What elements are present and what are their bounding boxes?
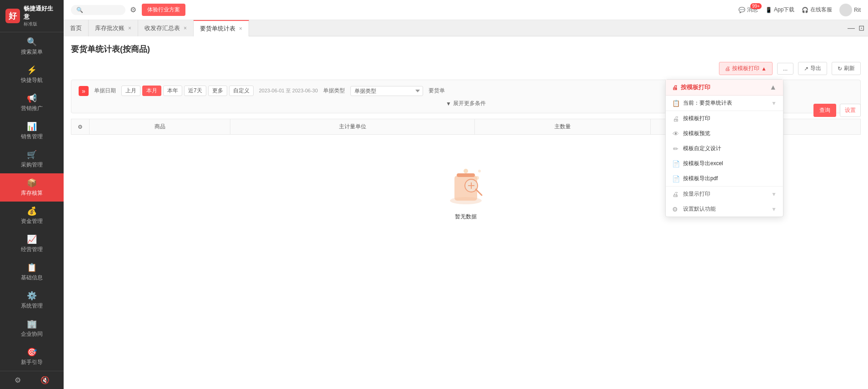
sidebar-item-newbie[interactable]: 🎯 新手引导	[0, 343, 64, 371]
order-type-select[interactable]: 单据类型	[350, 86, 423, 96]
app-download-btn[interactable]: 📱 App下载	[765, 6, 794, 14]
topbar-right: 💬 消息 99+ 📱 App下载 🎧 在线客服 Rit	[738, 4, 861, 16]
page-title: 要货单统计表(按商品)	[71, 44, 861, 55]
topbar-gear-icon[interactable]: ⚙	[130, 5, 136, 14]
settings-panel-btn[interactable]: 设置	[840, 104, 861, 117]
sidebar-item-quick-nav[interactable]: ⚡ 快捷导航	[0, 61, 64, 89]
refresh-btn[interactable]: ↻ 刷新	[832, 62, 861, 75]
print-template-btn[interactable]: 🖨 按模板打印 ▲	[719, 62, 773, 75]
expand-more-label: 展开更多条件	[453, 100, 486, 107]
date-this-month-btn[interactable]: 本月	[142, 86, 161, 96]
sidebar-item-search[interactable]: 🔍 搜索菜单	[0, 32, 64, 61]
print-dropdown-close-icon[interactable]: ▲	[769, 83, 777, 91]
sidebar-label-purchase: 采购管理	[21, 161, 43, 169]
sidebar-icon-inventory: 📦	[27, 178, 37, 188]
tab-inventory-batch[interactable]: 库存批次账×	[89, 20, 138, 36]
empty-text: 暂无数据	[455, 213, 477, 221]
default-func-item[interactable]: ⚙ 设置默认功能 ▼	[666, 202, 783, 217]
sidebar-label-basic: 基础信息	[21, 274, 43, 282]
sidebar-item-purchase[interactable]: 🛒 采购管理	[0, 145, 64, 173]
col-settings-header[interactable]: ⚙	[71, 119, 90, 135]
minimize-icon[interactable]: —	[848, 24, 855, 32]
tab-label-receipt-summary: 收发存汇总表	[145, 24, 180, 32]
date-more-btn[interactable]: 更多	[208, 86, 227, 96]
export-excel-icon: 📄	[672, 160, 679, 167]
sidebar-item-finance[interactable]: 💰 资金管理	[0, 202, 64, 230]
tab-home[interactable]: 首页	[64, 20, 89, 36]
sidebar-item-operation[interactable]: 📈 经营管理	[0, 230, 64, 258]
current-template-item[interactable]: 📋 当前：要货单统计表 ▼	[666, 96, 783, 111]
sidebar-bottom: ⚙ 🔇	[0, 371, 64, 389]
sidebar-label-marketing: 营销推广	[21, 105, 43, 112]
more-options-btn[interactable]: ...	[777, 63, 793, 75]
trial-industry-btn[interactable]: 体验行业方案	[142, 4, 185, 16]
tab-label-inventory-batch: 库存批次账	[95, 24, 125, 32]
svg-point-6	[464, 169, 468, 173]
col-goods-header: 商品	[90, 119, 230, 135]
display-print-item[interactable]: 🖨 按显示打印 ▼	[666, 187, 783, 202]
sidebar-logo: 好 畅捷通好生意 标准版	[0, 0, 64, 32]
export-excel-label: 按模板导出excel	[683, 160, 723, 167]
current-template-label: 当前：要货单统计表	[683, 99, 732, 107]
speaker-bottom-icon[interactable]: 🔇	[40, 376, 50, 384]
sidebar-item-enterprise[interactable]: 🏢 企业协同	[0, 314, 64, 343]
topbar: 🔍 ⚙ 体验行业方案 💬 消息 99+ 📱 App下载 🎧 在线客服 Rit	[64, 0, 868, 20]
template-preview-item[interactable]: 👁 按模板预览	[666, 126, 783, 141]
refresh-label: 刷新	[844, 65, 855, 72]
template-print-icon: 🖨	[672, 115, 679, 122]
export-pdf-item[interactable]: 📄 按模板导出pdf	[666, 171, 783, 186]
sidebar-nav: 🔍 搜索菜单 ⚡ 快捷导航 📢 营销推广 📊 销售管理 🛒 采购管理 📦 库存核…	[0, 32, 64, 371]
export-pdf-label: 按模板导出pdf	[683, 175, 718, 182]
tab-close-inventory-batch[interactable]: ×	[128, 25, 131, 31]
settings-bottom-icon[interactable]: ⚙	[15, 376, 21, 384]
search-icon: 🔍	[76, 7, 83, 13]
sidebar-item-marketing[interactable]: 📢 营销推广	[0, 89, 64, 117]
svg-point-7	[475, 176, 479, 180]
tab-close-receipt-summary[interactable]: ×	[184, 25, 187, 31]
online-service-btn[interactable]: 🎧 在线客服	[802, 6, 832, 14]
sidebar-icon-quick-nav: ⚡	[27, 65, 37, 75]
print-dropdown-icon: 🖨	[672, 84, 678, 91]
date-this-year-btn[interactable]: 本年	[163, 86, 182, 96]
tab-close-order-stats[interactable]: ×	[239, 25, 242, 32]
tab-receipt-summary[interactable]: 收发存汇总表×	[138, 20, 194, 36]
print-dropdown-header: 🖨 按模板打印 ▲	[666, 80, 783, 96]
refresh-icon: ↻	[838, 66, 842, 72]
messages-badge: 99+	[750, 3, 762, 9]
date-last-7days-btn[interactable]: 近7天	[184, 86, 206, 96]
sidebar: 好 畅捷通好生意 标准版 🔍 搜索菜单 ⚡ 快捷导航 📢 营销推广 📊 销售管理…	[0, 0, 64, 389]
current-template-arrow: ▼	[771, 100, 777, 106]
sidebar-icon-operation: 📈	[27, 234, 37, 244]
display-print-arrow: ▼	[771, 191, 777, 197]
sidebar-icon-basic: 📋	[27, 263, 37, 273]
svg-point-8	[478, 170, 481, 172]
sidebar-label-finance: 资金管理	[21, 217, 43, 225]
export-excel-item[interactable]: 📄 按模板导出excel	[666, 156, 783, 171]
sidebar-item-basic[interactable]: 📋 基础信息	[0, 258, 64, 286]
template-print-item[interactable]: 🖨 按模板打印	[666, 111, 783, 126]
sidebar-item-inventory[interactable]: 📦 库存核算	[0, 173, 64, 202]
print-template-label: 按模板打印	[732, 65, 759, 72]
logo-text: 畅捷通好生意 标准版	[24, 5, 58, 27]
date-prev-month-btn[interactable]: 上月	[121, 86, 140, 96]
sidebar-icon-purchase: 🛒	[27, 150, 37, 160]
messages-btn[interactable]: 💬 消息 99+	[738, 6, 758, 14]
col-qty-header: 主数量	[475, 119, 650, 135]
template-design-item[interactable]: ✏ 模板自定义设计	[666, 141, 783, 156]
app-download-label: App下载	[774, 6, 794, 14]
tabbar: 首页库存批次账×收发存汇总表×要货单统计表× — ⊡	[64, 20, 868, 36]
date-buttons: 上月 本月 本年 近7天 更多 自定义	[121, 86, 254, 96]
filter-expand-btn[interactable]: »	[79, 86, 89, 96]
tab-order-stats[interactable]: 要货单统计表×	[194, 20, 249, 36]
date-custom-btn[interactable]: 自定义	[229, 86, 254, 96]
sidebar-item-sales[interactable]: 📊 销售管理	[0, 117, 64, 145]
topbar-search-box: 🔍	[71, 5, 125, 15]
maximize-icon[interactable]: ⊡	[858, 24, 864, 32]
sidebar-label-sales: 销售管理	[21, 133, 43, 141]
query-btn[interactable]: 查询	[813, 104, 836, 117]
sidebar-item-system[interactable]: ⚙️ 系统管理	[0, 286, 64, 314]
content-toolbar: 🖨 按模板打印 ▲ ... ↗ 导出 ↻ 刷新 🖨 按模板打印	[71, 62, 861, 75]
user-avatar[interactable]: Rit	[839, 4, 861, 16]
date-range-display: 2023-06-01 至 2023-06-30	[259, 87, 318, 94]
export-btn[interactable]: ↗ 导出	[798, 62, 827, 75]
